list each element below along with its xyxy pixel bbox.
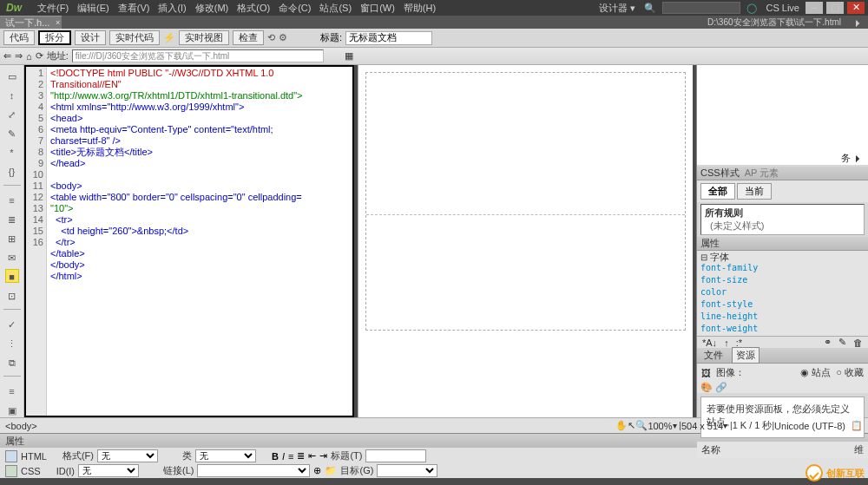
select-tool-icon[interactable]: ▭ [5, 69, 19, 82]
delete-css-icon[interactable]: 🗑 [853, 338, 863, 348]
ap-tab[interactable]: AP 元素 [745, 167, 779, 180]
id-select[interactable]: 无 [78, 464, 139, 477]
title-field[interactable] [365, 449, 426, 462]
link-css-icon[interactable]: ⚭ [824, 337, 832, 348]
nav-back-icon[interactable]: ⇐ [3, 50, 11, 62]
close-icon[interactable]: × [56, 18, 60, 27]
live-code-button[interactable]: 实时代码 [109, 30, 160, 45]
log-icon[interactable]: 📋 [851, 420, 863, 431]
encoding[interactable]: Unicode (UTF-8) [774, 421, 845, 431]
indent-tool-icon[interactable]: ≡ [5, 193, 19, 206]
address-input[interactable] [72, 49, 324, 62]
link-select[interactable] [197, 464, 310, 477]
sort-icon[interactable]: *A↓ [702, 338, 717, 348]
menu-command[interactable]: 命令(C) [276, 2, 313, 15]
html-mode-button[interactable] [5, 450, 17, 462]
nav-fwd-icon[interactable]: ⇒ [15, 50, 23, 62]
search-input[interactable] [662, 2, 740, 14]
arrow-tool-icon[interactable]: ↕ [5, 88, 19, 102]
tab-scroll-icon[interactable]: ⏵ [848, 17, 868, 28]
css-panel-header[interactable]: CSS样式 AP 元素 [697, 167, 868, 180]
image-icon[interactable]: 🖼 [701, 368, 711, 378]
browse-icon[interactable]: 📁 [325, 465, 337, 476]
split-view-button[interactable]: 拆分 [38, 30, 71, 45]
menu-help[interactable]: 帮助(H) [401, 2, 438, 15]
live-view-button[interactable]: 实时视图 [179, 30, 229, 45]
preview-tool-icon[interactable]: ▣ [5, 403, 19, 416]
sync-icon[interactable]: ⚡ [163, 32, 175, 43]
css-mode-button[interactable] [5, 465, 17, 477]
link-tool-icon[interactable]: ⧉ [5, 355, 19, 369]
menu-format[interactable]: 格式(O) [234, 2, 273, 15]
css-all-button[interactable]: 全部 [700, 183, 735, 200]
table-outline[interactable] [365, 72, 686, 331]
nav-reload-icon[interactable]: ⟳ [36, 50, 43, 62]
menu-window[interactable]: 窗口(W) [358, 2, 398, 15]
format-tool-icon[interactable]: ≡ [5, 383, 19, 397]
properties-panel-header[interactable]: 属性 [697, 237, 868, 251]
wrap-tool-icon[interactable]: ⊡ [5, 288, 19, 302]
point-to-file-icon[interactable]: ⊕ [313, 465, 321, 476]
menu-edit[interactable]: 编辑(E) [75, 2, 112, 15]
expand-tool-icon[interactable]: ⤢ [5, 107, 19, 121]
fav-radio[interactable]: ○ 收藏 [836, 366, 864, 379]
cs-live-label[interactable]: CS Live [763, 3, 802, 13]
bold-button[interactable]: B [272, 451, 279, 462]
format-select[interactable]: 无 [97, 449, 158, 462]
brace-tool-icon[interactable]: {} [5, 164, 19, 178]
color-tool-icon[interactable]: ■ [5, 269, 19, 283]
tag-selector[interactable]: <body> [5, 421, 37, 431]
comment-tool-icon[interactable]: ✉ [5, 250, 19, 264]
ul-button[interactable]: ≡ [288, 451, 293, 462]
attach-icon[interactable]: :* [736, 338, 742, 348]
opts-tool-icon[interactable]: ⋮ [5, 336, 19, 350]
asset-color-icon[interactable]: 🎨 [700, 382, 713, 392]
window-minimize-button[interactable]: – [806, 2, 823, 14]
select-tool-icon-2[interactable]: ↖ [628, 420, 635, 431]
title-input[interactable] [345, 31, 432, 45]
text-tool-icon[interactable]: ✎ [5, 126, 19, 140]
design-view-button[interactable]: 设计 [75, 30, 106, 45]
design-preview[interactable] [358, 65, 693, 417]
window-close-button[interactable]: ✕ [847, 2, 865, 14]
zoom-value[interactable]: 100% [648, 421, 672, 431]
css-tab[interactable]: CSS样式 [700, 167, 740, 180]
hand-tool-icon[interactable]: ✋ [615, 420, 628, 431]
code-view-button[interactable]: 代码 [3, 30, 35, 45]
menu-file[interactable]: 文件(F) [35, 2, 71, 15]
css-rules-list[interactable]: 所有规则 (未定义样式) [700, 204, 865, 235]
code-editor[interactable]: 1234 5678 9101112 13141516 <!DOCTYPE htm… [24, 65, 354, 417]
nav-home-icon[interactable]: ⌂ [26, 51, 32, 62]
validate-tool-icon[interactable]: ✓ [5, 317, 19, 331]
menu-insert[interactable]: 插入(I) [155, 2, 188, 15]
menu-site[interactable]: 站点(S) [317, 2, 354, 15]
menu-view[interactable]: 查看(V) [115, 2, 153, 15]
document-tab[interactable]: 试一下.h... × [0, 16, 62, 29]
address-book-icon[interactable]: ▦ [345, 50, 353, 62]
snippet-tool-icon[interactable]: ⊞ [5, 231, 19, 245]
up-icon[interactable]: ↑ [724, 338, 729, 348]
site-radio[interactable]: ◉ 站点 [800, 366, 831, 379]
outdent-button[interactable]: ⇤ [308, 450, 316, 462]
asset-link-icon[interactable]: 🔗 [715, 382, 727, 392]
options-icon[interactable]: ⚙ [279, 32, 287, 43]
css-current-button[interactable]: 当前 [737, 183, 772, 200]
files-tab[interactable]: 文件 [700, 348, 727, 363]
tag-tool-icon[interactable]: * [5, 145, 19, 159]
designer-label[interactable]: 设计器 ▾ [596, 2, 638, 15]
window-maximize-button[interactable]: ▢ [826, 2, 844, 14]
new-css-icon[interactable]: ✎ [838, 337, 846, 348]
ol-button[interactable]: ≣ [297, 450, 305, 462]
assets-tab[interactable]: 资源 [732, 347, 760, 364]
properties-list[interactable]: ⊟ 字体 font-family font-size color font-st… [697, 251, 868, 336]
window-size[interactable]: 504 x 514 [681, 421, 723, 431]
code-content[interactable]: <!DOCTYPE html PUBLIC "-//W3C//DTD XHTML… [47, 67, 352, 416]
indent-button[interactable]: ⇥ [319, 450, 327, 462]
zoom-tool-icon[interactable]: 🔍 [635, 420, 648, 431]
menu-modify[interactable]: 修改(M) [193, 2, 232, 15]
inspect-button[interactable]: 检查 [233, 30, 264, 45]
outdent-tool-icon[interactable]: ≣ [5, 212, 19, 226]
italic-button[interactable]: I [282, 451, 285, 462]
class-select[interactable]: 无 [195, 449, 256, 462]
refresh-icon[interactable]: ⟲ [267, 32, 275, 43]
